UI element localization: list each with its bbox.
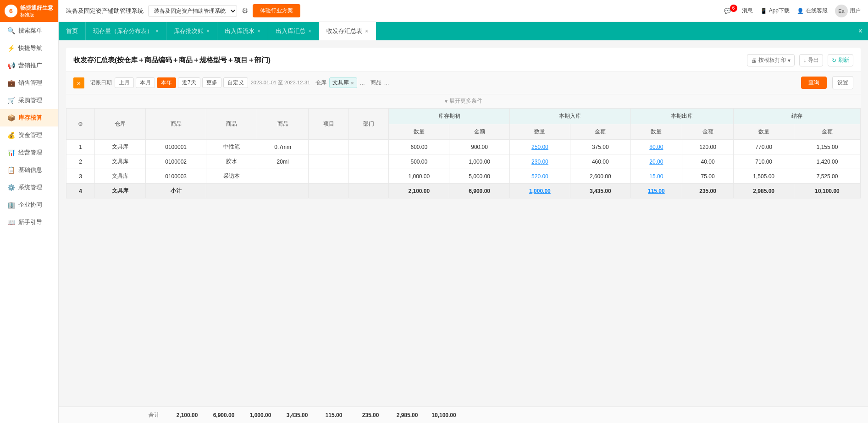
row1-in-amt: 375.00 bbox=[570, 140, 630, 154]
last-7-days-btn[interactable]: 近7天 bbox=[178, 77, 200, 88]
system-selector[interactable]: 装备及固定资产辅助管理系统 bbox=[148, 5, 237, 17]
notifications-label: 消息 bbox=[742, 7, 753, 15]
sidebar-item-system[interactable]: ⚙️ 系统管理 bbox=[0, 179, 58, 196]
row3-goods-code: 0100003 bbox=[146, 169, 206, 184]
filter-bar: » 记账日期 上月 本月 本年 近7天 更多 自定义 2023-01-01 至 … bbox=[66, 71, 861, 94]
online-service-label: 在线客服 bbox=[806, 7, 828, 15]
print-button[interactable]: 🖨 按模板打印 ▾ bbox=[747, 54, 795, 66]
tab-receive-send[interactable]: 收发存汇总表 × bbox=[319, 22, 376, 40]
subtotal-out-amt: 235.00 bbox=[682, 184, 733, 198]
printer-icon: 🖨 bbox=[751, 57, 757, 64]
col-settings[interactable]: ⚙ bbox=[66, 109, 95, 140]
warehouse-more-icon[interactable]: ... bbox=[360, 79, 365, 86]
more-date-btn[interactable]: 更多 bbox=[202, 77, 221, 88]
sidebar-item-operations[interactable]: 📊 经营管理 bbox=[0, 144, 58, 161]
topbar-right: 💬 6 消息 📱 App下载 👤 在线客服 Ea 用户 bbox=[724, 5, 861, 17]
date-range-display: 2023-01-01 至 2023-12-31 bbox=[251, 79, 310, 86]
tab-batch-label: 库存批次账 bbox=[174, 27, 204, 35]
filter-toggle[interactable]: » bbox=[73, 77, 84, 88]
notifications-item[interactable]: 💬 6 消息 bbox=[724, 7, 753, 15]
tab-inout-flow-label: 出入库流水 bbox=[225, 27, 254, 35]
tab-home[interactable]: 首页 bbox=[59, 22, 86, 40]
tab-stock-dist-close[interactable]: × bbox=[155, 28, 159, 34]
chevron-down-icon: ▾ bbox=[788, 57, 791, 64]
filter-setting-button[interactable]: 设置 bbox=[832, 76, 853, 89]
export-button[interactable]: ↓ 导出 bbox=[799, 54, 823, 66]
this-month-btn[interactable]: 本月 bbox=[136, 77, 155, 88]
footer-out-amt: 235.00 bbox=[352, 412, 389, 418]
subtotal-out-qty[interactable]: 115.00 bbox=[630, 184, 682, 198]
this-year-btn[interactable]: 本年 bbox=[157, 77, 176, 88]
sidebar-item-inventory[interactable]: 📦 库存核算 bbox=[0, 109, 58, 126]
tab-batch-close[interactable]: × bbox=[206, 28, 210, 34]
sidebar-item-purchase[interactable]: 🛒 采购管理 bbox=[0, 92, 58, 109]
tab-batch[interactable]: 库存批次账 × bbox=[166, 22, 217, 40]
trial-button[interactable]: 体验行业方案 bbox=[253, 4, 300, 17]
sidebar-item-label: 销售管理 bbox=[18, 79, 42, 87]
row2-in-qty[interactable]: 230.00 bbox=[510, 154, 570, 169]
sidebar-item-label: 基础信息 bbox=[18, 166, 42, 174]
last-month-btn[interactable]: 上月 bbox=[115, 77, 134, 88]
expand-more-btn[interactable]: ▾ 展开更多条件 bbox=[66, 94, 861, 108]
user-item[interactable]: Ea 用户 bbox=[835, 5, 861, 17]
row2-out-qty[interactable]: 20.00 bbox=[630, 154, 682, 169]
row3-opening-amt: 5,000.00 bbox=[449, 169, 510, 184]
tab-inout-flow[interactable]: 出入库流水 × bbox=[217, 22, 268, 40]
tab-inout-flow-close[interactable]: × bbox=[257, 28, 260, 34]
custom-date-btn[interactable]: 自定义 bbox=[223, 77, 248, 88]
headset-icon: 👤 bbox=[797, 8, 804, 14]
subtotal-warehouse: 文具库 bbox=[95, 184, 146, 198]
sidebar-item-label: 资金管理 bbox=[18, 131, 42, 139]
sidebar-item-enterprise[interactable]: 🏢 企业协同 bbox=[0, 196, 58, 214]
footer-out-qty: 115.00 bbox=[315, 412, 352, 418]
date-filter-label: 记账日期 bbox=[90, 79, 112, 87]
row2-closing-amt: 1,420.00 bbox=[794, 154, 861, 169]
search-button[interactable]: 查询 bbox=[801, 77, 827, 89]
row1-out-qty[interactable]: 80.00 bbox=[630, 140, 682, 154]
sidebar-item-marketing[interactable]: 📢 营销推广 bbox=[0, 57, 58, 74]
megaphone-icon: 📢 bbox=[7, 62, 15, 69]
app-download-item[interactable]: 📱 App下载 bbox=[760, 7, 790, 15]
subtotal-closing-qty: 2,985.00 bbox=[734, 184, 794, 198]
sidebar-item-guide[interactable]: 📖 新手引导 bbox=[0, 214, 58, 231]
col-closing-group-header: 结存 bbox=[734, 109, 861, 124]
subtotal-opening-amt: 6,900.00 bbox=[449, 184, 510, 198]
total-label: 合计 bbox=[141, 411, 160, 419]
row1-in-qty[interactable]: 250.00 bbox=[510, 140, 570, 154]
subtotal-row: 4 文具库 小计 2,100.00 6,900.00 1,000.00 3,43… bbox=[66, 184, 861, 198]
sidebar-item-search[interactable]: 🔍 搜索菜单 bbox=[0, 22, 58, 39]
subtotal-in-qty[interactable]: 1,000.00 bbox=[510, 184, 570, 198]
sidebar-item-quick-nav[interactable]: ⚡ 快捷导航 bbox=[0, 39, 58, 57]
tab-inout-summary[interactable]: 出入库汇总 × bbox=[268, 22, 319, 40]
settings-icon[interactable]: ⚙ bbox=[242, 6, 248, 15]
row3-in-qty[interactable]: 520.00 bbox=[510, 169, 570, 184]
refresh-button[interactable]: ↻ 刷新 bbox=[828, 54, 853, 66]
tab-receive-send-label: 收发存汇总表 bbox=[326, 27, 362, 35]
col-closing-qty-header: 数量 bbox=[734, 124, 794, 140]
online-service-item[interactable]: 👤 在线客服 bbox=[797, 7, 828, 15]
tab-inout-summary-label: 出入库汇总 bbox=[276, 27, 305, 35]
main-content: 收发存汇总表(按仓库＋商品编码＋商品＋规格型号＋项目＋部门) 🖨 按模板打印 ▾… bbox=[59, 40, 868, 423]
sidebar-item-finance[interactable]: 💰 资金管理 bbox=[0, 126, 58, 144]
sidebar-item-sales[interactable]: 💼 销售管理 bbox=[0, 74, 58, 92]
row1-goods-name: 中性笔 bbox=[206, 140, 257, 154]
row2-goods-code: 0100002 bbox=[146, 154, 206, 169]
warehouse-tag-close[interactable]: × bbox=[351, 80, 354, 86]
row1-opening-qty: 600.00 bbox=[389, 140, 449, 154]
row3-goods-spec bbox=[257, 169, 308, 184]
row1-out-amt: 120.00 bbox=[682, 140, 733, 154]
row3-project bbox=[309, 169, 349, 184]
data-table-wrap: ⚙ 仓库 商品 商品 商品 项目 部门 库存期初 本期入库 本期出库 结存 bbox=[66, 108, 861, 198]
table-settings-icon[interactable]: ⚙ bbox=[78, 121, 83, 127]
row2-no: 2 bbox=[66, 154, 95, 169]
row1-goods-spec: 0.7mm bbox=[257, 140, 308, 154]
goods-more-icon[interactable]: ... bbox=[384, 79, 389, 86]
tabbar-close-all[interactable]: × bbox=[853, 22, 868, 40]
lightning-icon: ⚡ bbox=[7, 44, 15, 52]
tab-receive-send-close[interactable]: × bbox=[365, 28, 368, 34]
tab-stock-dist[interactable]: 现存量（库存分布表） × bbox=[86, 22, 166, 40]
sidebar-item-basic-info[interactable]: 📋 基础信息 bbox=[0, 161, 58, 179]
row3-out-qty[interactable]: 15.00 bbox=[630, 169, 682, 184]
tab-inout-summary-close[interactable]: × bbox=[308, 28, 311, 34]
col-opening-qty-header: 数量 bbox=[389, 124, 449, 140]
